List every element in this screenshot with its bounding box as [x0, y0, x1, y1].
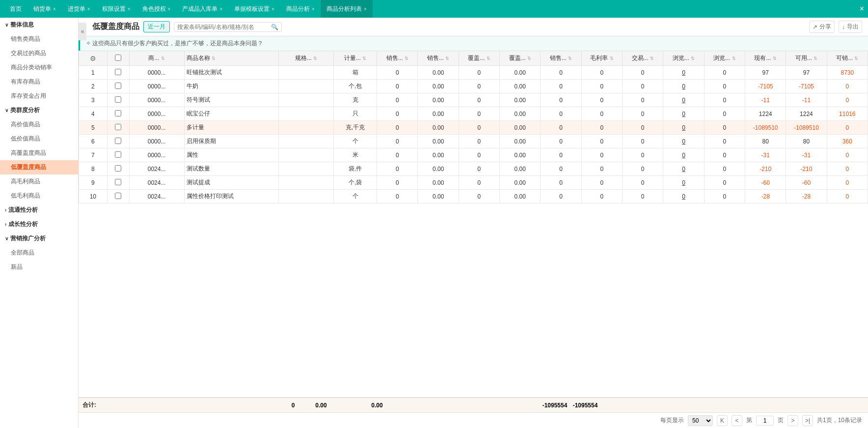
column-gross-rate[interactable]: 毛利率 ⇅: [581, 51, 622, 66]
last-page-button[interactable]: >|: [802, 415, 813, 426]
settings-icon[interactable]: ⚙: [90, 55, 96, 62]
browse-link[interactable]: 0: [682, 193, 685, 200]
row-checkbox[interactable]: [115, 96, 121, 103]
prev-page-button[interactable]: <: [732, 415, 742, 426]
row-checkbox[interactable]: [115, 110, 121, 116]
browse-link[interactable]: 0: [682, 152, 685, 159]
sidebar-item-sales-goods[interactable]: 销售类商品: [0, 32, 78, 46]
nav-tab-home[interactable]: 首页: [4, 0, 27, 18]
table-cell: 0: [704, 162, 745, 176]
column-browse1[interactable]: 浏览... ⇅: [663, 51, 704, 66]
row-checkbox[interactable]: [115, 83, 121, 89]
nav-tab-template[interactable]: 单据模板设置 ×: [228, 0, 280, 18]
sidebar-item-in-stock[interactable]: 有库存商品: [0, 75, 78, 89]
column-sales2[interactable]: 销售... ⇅: [418, 51, 459, 66]
sidebar-group-circulation[interactable]: › 流通性分析: [0, 203, 78, 217]
row-checkbox[interactable]: [115, 69, 121, 75]
sidebar-item-high-value[interactable]: 高价值商品: [0, 117, 78, 132]
sidebar-group-cluster[interactable]: ∨ 类群度分析: [0, 103, 78, 117]
close-all-button[interactable]: ×: [860, 4, 864, 13]
sidebar-item-new-goods[interactable]: 新品: [0, 260, 78, 274]
table-cell: 0: [827, 93, 868, 107]
row-checkbox[interactable]: [115, 179, 121, 185]
browse-link[interactable]: 0: [682, 111, 685, 117]
column-sales3[interactable]: 销售... ⇅: [541, 51, 581, 66]
close-roles-tab[interactable]: ×: [168, 6, 171, 12]
sidebar-item-traded-goods[interactable]: 交易过的商品: [0, 46, 78, 60]
nav-tab-analysis-list[interactable]: 商品分析列表 ×: [321, 0, 373, 18]
sidebar-item-all-goods[interactable]: 全部商品: [0, 246, 78, 260]
column-cover2[interactable]: 覆盖... ⇅: [500, 51, 541, 66]
row-checkbox[interactable]: [115, 193, 121, 199]
column-cover1[interactable]: 覆盖... ⇅: [459, 51, 499, 66]
close-purchase-tab[interactable]: ×: [87, 6, 90, 12]
sidebar-item-category-rate[interactable]: 商品分类动销率: [0, 60, 78, 75]
export-button[interactable]: ↓ 导出: [839, 21, 862, 33]
column-trade[interactable]: 交易... ⇅: [623, 51, 663, 66]
select-all-checkbox[interactable]: [115, 55, 121, 61]
browse-link[interactable]: 0: [682, 179, 685, 186]
nav-tab-purchase[interactable]: 进货单 ×: [62, 0, 96, 18]
table-wrapper[interactable]: ⚙ 商... ⇅ 商品名称 ⇅: [79, 51, 868, 397]
nav-tab-analysis[interactable]: 商品分析 ×: [280, 0, 321, 18]
close-permissions-tab[interactable]: ×: [128, 6, 131, 12]
column-stock1[interactable]: 现有... ⇅: [745, 51, 786, 66]
close-warehouse-tab[interactable]: ×: [219, 6, 222, 12]
column-name[interactable]: 商品名称 ⇅: [184, 51, 278, 66]
sidebar-item-inventory-capital[interactable]: 库存资金占用: [0, 89, 78, 103]
row-checkbox[interactable]: [115, 165, 121, 171]
sidebar-item-high-margin[interactable]: 高毛利商品: [0, 174, 78, 189]
sidebar-group-marketing[interactable]: ∨ 营销推广分析: [0, 231, 78, 246]
nav-tab-roles[interactable]: 角色授权 ×: [136, 0, 177, 18]
total-info: 共1页，10条记录: [817, 416, 862, 425]
close-sales-tab[interactable]: ×: [53, 6, 56, 12]
browse-link[interactable]: 0: [682, 138, 685, 145]
row-checkbox[interactable]: [115, 151, 121, 158]
sidebar-collapse-button[interactable]: «: [79, 23, 86, 40]
sidebar-item-high-coverage[interactable]: 高覆盖度商品: [0, 146, 78, 160]
column-sales1[interactable]: 销售... ⇅: [377, 51, 418, 66]
first-page-button[interactable]: K: [717, 415, 728, 426]
close-analysis-tab[interactable]: ×: [312, 6, 315, 12]
column-unit[interactable]: 计量... ⇅: [334, 51, 377, 66]
browse-link[interactable]: 0: [682, 83, 685, 90]
table-cell: 0: [704, 66, 745, 80]
nav-tab-warehouse[interactable]: 产成品入库单 ×: [176, 0, 228, 18]
column-stock2[interactable]: 可用... ⇅: [786, 51, 827, 66]
table-cell: 0: [459, 93, 499, 107]
column-spec[interactable]: 规格... ⇅: [278, 51, 333, 66]
sidebar-item-low-margin[interactable]: 低毛利商品: [0, 189, 78, 203]
table-cell: 0.00: [500, 190, 541, 203]
nav-tab-permissions[interactable]: 权限设置 ×: [96, 0, 136, 18]
table-row: 40000...眠宝公仔只00.0000.0000000122412241101…: [79, 107, 868, 121]
column-stock3[interactable]: 可销... ⇅: [827, 51, 868, 66]
next-page-button[interactable]: >: [787, 415, 798, 426]
table-cell: 0: [623, 190, 663, 203]
browse-link[interactable]: 0: [682, 97, 685, 104]
browse-link[interactable]: 0: [682, 69, 685, 76]
sidebar-item-low-coverage[interactable]: 低覆盖度商品: [0, 160, 78, 174]
browse-link[interactable]: 0: [682, 166, 685, 172]
nav-tab-sales[interactable]: 销货单 ×: [27, 0, 62, 18]
column-code[interactable]: 商... ⇅: [129, 51, 184, 66]
column-browse2[interactable]: 浏览... ⇅: [704, 51, 745, 66]
sidebar-item-low-value[interactable]: 低价值商品: [0, 132, 78, 146]
page-number-input[interactable]: [756, 416, 774, 426]
page-size-select[interactable]: 50 100: [688, 415, 713, 426]
sort-icon-sales3: ⇅: [568, 56, 572, 61]
sidebar-group-overview[interactable]: ∨ 整体信息: [0, 18, 78, 32]
share-button[interactable]: ↗ 分享: [809, 21, 835, 33]
table-cell: 0: [663, 121, 704, 135]
browse-link[interactable]: 0: [682, 124, 685, 131]
row-checkbox[interactable]: [115, 124, 121, 130]
column-checkbox[interactable]: [107, 51, 129, 66]
column-settings[interactable]: ⚙: [79, 51, 108, 66]
product-name-cell: 眠宝公仔: [184, 107, 278, 121]
close-template-tab[interactable]: ×: [271, 6, 274, 12]
row-checkbox[interactable]: [115, 138, 121, 144]
time-filter-button[interactable]: 近一月: [143, 21, 170, 32]
content-area: « 低覆盖度商品 近一月 🔍 ↗ 分享 ↓ 导出 ✧: [79, 18, 868, 428]
close-analysis-list-tab[interactable]: ×: [364, 6, 367, 12]
search-input[interactable]: [177, 24, 271, 30]
sidebar-group-growth[interactable]: › 成长性分析: [0, 217, 78, 231]
